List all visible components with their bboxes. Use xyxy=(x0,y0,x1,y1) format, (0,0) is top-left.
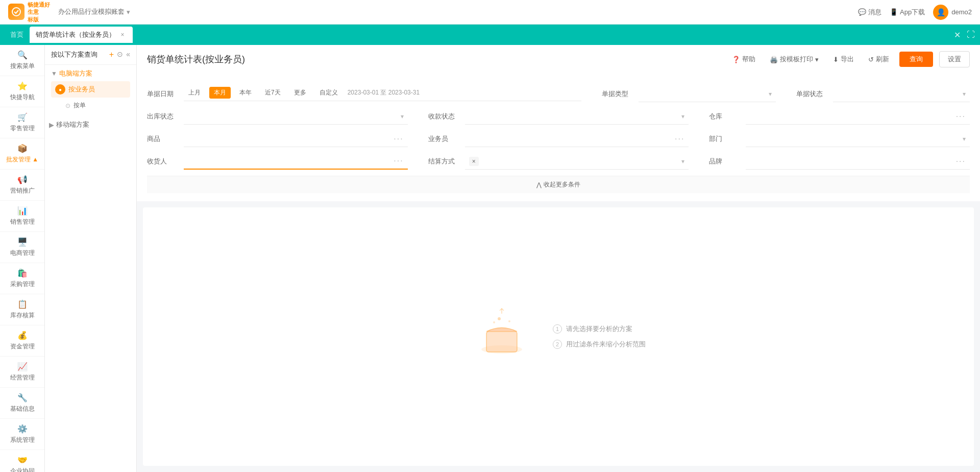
query-button[interactable]: 查询 xyxy=(899,52,933,67)
date-btn-last-month[interactable]: 上月 xyxy=(184,87,205,99)
sidebar-item-enterprise[interactable]: 🤝 企业协同 xyxy=(0,450,44,472)
desktop-scheme-label: 电脑端方案 xyxy=(59,69,92,78)
date-btn-this-year[interactable]: 本年 xyxy=(235,87,256,99)
brand-input[interactable]: ··· xyxy=(746,153,970,170)
filter-department-field: 部门 ▾ xyxy=(709,131,970,147)
payment-status-arrow: ▾ xyxy=(681,113,684,120)
scheme-panel-header: 按以下方案查询 + ⊙ « xyxy=(45,45,136,65)
date-btn-custom[interactable]: 自定义 xyxy=(315,87,342,99)
tab-home-label: 首页 xyxy=(10,30,23,39)
user-area[interactable]: 👤 demo2 xyxy=(933,5,972,20)
sidebar-item-operation[interactable]: 📈 经营管理 xyxy=(0,357,44,388)
filter-brand-field: 品牌 ··· xyxy=(709,153,970,170)
app-download-button[interactable]: 📱 App下载 xyxy=(890,8,925,17)
message-button[interactable]: 💬 消息 xyxy=(858,8,881,17)
doc-status-select[interactable]: ▾ xyxy=(833,86,970,102)
sidebar-search[interactable]: 🔍 搜索菜单 xyxy=(0,45,44,76)
date-btn-last-7-days[interactable]: 近7天 xyxy=(260,87,285,99)
filter-doc-type-field: 单据类型 ▾ xyxy=(602,86,775,102)
scheme-add-icon[interactable]: + xyxy=(109,50,114,59)
tab-maximize-icon[interactable]: ⛶ xyxy=(966,29,976,41)
export-button[interactable]: ⬇ 导出 xyxy=(829,53,858,66)
sidebar-item-sales[interactable]: 📊 销售管理 xyxy=(0,201,44,232)
search-icon: 🔍 xyxy=(17,50,28,60)
salesperson-dots[interactable]: ··· xyxy=(675,134,684,144)
department-select[interactable]: ▾ xyxy=(746,131,970,147)
export-icon: ⬇ xyxy=(833,56,839,63)
warehouse-input[interactable]: ··· xyxy=(746,108,970,125)
receiver-input[interactable]: ··· xyxy=(184,153,408,170)
date-btn-this-month[interactable]: 本月 xyxy=(209,87,231,99)
content-header-wrapper: 销货单统计表(按业务员) ❓ 帮助 🖨️ 按模板打印 ▾ ⬇ 导出 xyxy=(137,45,980,201)
goods-input[interactable]: ··· xyxy=(184,131,408,147)
payment-status-label: 收款状态 xyxy=(428,112,465,121)
date-btn-more[interactable]: 更多 xyxy=(289,87,311,99)
sidebar-item-inventory[interactable]: 📋 库存核算 xyxy=(0,294,44,325)
sidebar-item-ecommerce[interactable]: 🖥️ 电商管理 xyxy=(0,232,44,263)
collapse-button[interactable]: ⋀ 收起更多条件 xyxy=(536,180,580,189)
scheme-panel: 按以下方案查询 + ⊙ « ▼ 电脑端方案 ● 按业务员 ⊙ 按单 ▶ 移动端方 xyxy=(45,45,137,472)
salesperson-scheme-icon: ● xyxy=(55,84,65,95)
brand-dots[interactable]: ··· xyxy=(956,157,966,166)
goods-dots[interactable]: ··· xyxy=(394,134,403,144)
download-icon: 📱 xyxy=(890,8,898,16)
doc-type-select[interactable]: ▾ xyxy=(639,86,775,102)
top-bar: 畅捷通好生意 标版 办公用品行业模拟账套 ▾ 💬 消息 📱 App下载 👤 de… xyxy=(0,0,980,25)
tab-sales-stat-label: 销货单统计表（按业务员） xyxy=(36,30,115,39)
payment-status-select[interactable]: ▾ xyxy=(465,108,689,125)
date-controls: 上月 本月 本年 近7天 更多 自定义 2023-03-01 至 2023-03… xyxy=(184,87,581,101)
settings-button[interactable]: 设置 xyxy=(939,51,970,67)
template-print-button[interactable]: 🖨️ 按模板打印 ▾ xyxy=(766,53,823,66)
scheme-collapse-icon[interactable]: « xyxy=(126,50,130,59)
collapse-row: ⋀ 收起更多条件 xyxy=(147,176,970,193)
mobile-expand-icon: ▶ xyxy=(49,121,54,129)
basic-icon: 🔧 xyxy=(17,393,28,403)
tab-home[interactable]: 首页 xyxy=(4,27,30,43)
filter-salesperson-field: 业务员 ··· xyxy=(428,131,689,147)
receiver-dots[interactable]: ··· xyxy=(394,156,403,166)
salesperson-input[interactable]: ··· xyxy=(465,131,689,147)
settlement-tag: × xyxy=(469,157,479,166)
sidebar-quick-nav[interactable]: ⭐ 快捷导航 xyxy=(0,76,44,107)
scheme-settings-icon[interactable]: ⊙ xyxy=(117,50,123,59)
filter-out-status-field: 出库状态 ▾ xyxy=(147,108,408,125)
sidebar-item-system[interactable]: ⚙️ 系统管理 xyxy=(0,419,44,450)
warehouse-dots[interactable]: ··· xyxy=(956,112,966,121)
help-icon: ❓ xyxy=(732,56,740,63)
filter-row-2: 出库状态 ▾ 收款状态 ▾ xyxy=(147,108,970,125)
filter-row-3: 商品 ··· 业务员 ··· xyxy=(147,131,970,147)
breadcrumb-dropdown-icon[interactable]: ▾ xyxy=(127,8,130,16)
desktop-expand-icon: ▼ xyxy=(51,70,57,77)
tab-close-window-icon[interactable]: ✕ xyxy=(953,29,962,41)
salesperson-label: 业务员 xyxy=(428,134,465,144)
empty-illustration xyxy=(471,306,532,367)
settlement-select[interactable]: × ▾ xyxy=(465,153,689,170)
desktop-scheme-header[interactable]: ▼ 电脑端方案 xyxy=(51,69,130,78)
sidebar-item-basic[interactable]: 🔧 基础信息 xyxy=(0,388,44,419)
tab-bar-actions: ✕ ⛶ xyxy=(953,29,976,41)
mobile-scheme-label: 移动端方案 xyxy=(56,120,89,129)
sidebar-item-retail[interactable]: 🛒 零售管理 xyxy=(0,107,44,138)
scheme-item-by-salesperson[interactable]: ● 按业务员 xyxy=(51,81,130,98)
doc-type-label: 单据类型 xyxy=(602,89,639,99)
filter-date-field: 单据日期 上月 本月 本年 近7天 更多 自定义 2023-03-01 至 20… xyxy=(147,87,581,101)
help-button[interactable]: ❓ 帮助 xyxy=(728,53,760,66)
tab-sales-stat[interactable]: 销货单统计表（按业务员） × xyxy=(30,27,133,43)
sidebar-item-purchase[interactable]: 🛍️ 采购管理 xyxy=(0,263,44,294)
date-range-text: 2023-03-01 至 2023-03-31 xyxy=(348,88,420,97)
tip-num-2: 2 xyxy=(553,340,562,349)
receiver-label: 收货人 xyxy=(147,157,184,166)
filter-payment-status-field: 收款状态 ▾ xyxy=(428,108,689,125)
date-filter-row: 上月 本月 本年 近7天 更多 自定义 xyxy=(184,87,342,99)
filter-goods-field: 商品 ··· xyxy=(147,131,408,147)
scheme-sub-by-order[interactable]: ⊙ 按单 xyxy=(51,99,130,112)
brand-label: 品牌 xyxy=(709,157,746,166)
refresh-button[interactable]: ↺ 刷新 xyxy=(864,53,893,66)
sidebar-item-marketing[interactable]: 📢 营销推广 xyxy=(0,170,44,201)
tab-close-icon[interactable]: × xyxy=(118,31,127,39)
sidebar-item-wholesale[interactable]: 📦 批发管理 ▲ xyxy=(0,138,44,170)
sidebar-item-finance[interactable]: 💰 资金管理 xyxy=(0,325,44,357)
mobile-scheme-header[interactable]: ▶ 移动端方案 xyxy=(45,117,136,132)
title-row: 销货单统计表(按业务员) ❓ 帮助 🖨️ 按模板打印 ▾ ⬇ 导出 xyxy=(137,45,980,72)
out-status-select[interactable]: ▾ xyxy=(184,108,408,125)
